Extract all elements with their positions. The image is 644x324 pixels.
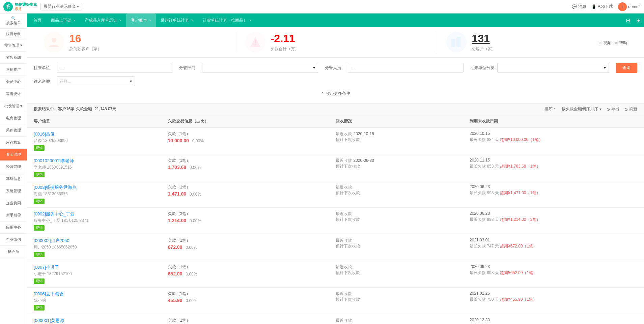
export-button[interactable]: ⊙ 导出	[607, 106, 619, 112]
customer-name-link-6[interactable]: [0007]小进干	[34, 265, 59, 270]
user-area[interactable]: d demo2	[618, 2, 641, 11]
video-btn[interactable]: ⊙ 视频	[598, 40, 611, 46]
brand-sub: 示范	[15, 7, 37, 11]
balance-select[interactable]: 选择... ▾	[57, 76, 135, 86]
dept-label: 分管部门	[179, 65, 199, 71]
overdue-link-2[interactable]: 超期¥1,703.68（1笔）	[500, 164, 540, 169]
customer-name-link-3[interactable]: [0003]畅捷服务尹海燕	[34, 185, 77, 190]
tab-product-history-close[interactable]: ×	[119, 18, 121, 22]
customer-name-link-5[interactable]: [000002]用户2050	[34, 238, 69, 243]
tab-purchase-stats[interactable]: 进货单统计表（按商品） ×	[198, 13, 256, 27]
customer-name-link-7[interactable]: [0006]去下粮仓	[34, 291, 63, 296]
refresh-button[interactable]: ⊙ 刷新	[624, 106, 637, 112]
customer-tag-2: 现销	[34, 172, 45, 177]
overdue-info-1: 2020.10.15 最长欠款 884 天 超期¥10,000.00（1笔）	[470, 131, 637, 143]
debt-count-1: 欠款（1笔）	[168, 131, 336, 137]
overdue-link-3[interactable]: 超期¥1,471.00（1笔）	[500, 190, 540, 195]
sidebar-item-purchase[interactable]: 采购管理	[0, 124, 27, 137]
overdue-link-6[interactable]: 超期¥652.00（1笔）	[500, 270, 537, 275]
store-selector[interactable]: 母婴行业演示账套 ▾	[40, 3, 82, 10]
app-download-button[interactable]: 📱 App下载	[591, 4, 613, 9]
sidebar-item-basic-info[interactable]: 基础信息	[0, 173, 27, 185]
customer-info-5: [000002]用户2050 用户2050 18665062050 现销	[34, 238, 168, 257]
export-label: 导出	[611, 106, 619, 112]
sidebar-item-ecommerce[interactable]: 电商管理	[0, 112, 27, 124]
overdue-date-6: 2020.06.23	[470, 264, 637, 269]
sidebar-item-enterprise[interactable]: 企业协同	[0, 197, 27, 209]
tab-product-off[interactable]: 商品上下架 ×	[46, 13, 80, 27]
sidebar-item-finance[interactable]: 资金管理	[0, 149, 27, 161]
debt-info-6: 欠款（1笔） 652.000.00%	[168, 264, 336, 276]
overdue-days-3: 最长欠款 998 天 超期¥1,471.00（1笔）	[470, 190, 637, 196]
tab-bar-expand-icon[interactable]: ⊞	[635, 17, 642, 24]
message-button[interactable]: 💬 消息	[572, 4, 586, 9]
debt-amount-4: 1,214.00	[168, 218, 187, 223]
sidebar-item-marketing[interactable]: 营销推广	[0, 64, 27, 76]
sidebar-item-label: 资金管理	[2, 152, 25, 157]
source-unit-input[interactable]: ...	[57, 63, 172, 73]
payback-info-4: 最近收款 预计下次收款	[336, 211, 470, 223]
tab-product-history[interactable]: 产成品入库单历史 ×	[80, 13, 126, 27]
tab-customer-account-close[interactable]: ×	[149, 18, 151, 22]
logo-icon: 畅	[3, 2, 13, 11]
sidebar-item-app-center[interactable]: 应用中心	[0, 222, 27, 234]
tab-product-off-close[interactable]: ×	[73, 18, 75, 22]
tab-customer-account[interactable]: 客户账本 ×	[126, 13, 156, 27]
customer-name-link-8[interactable]: [000001]黄思源	[34, 318, 64, 323]
sidebar-item-retail-store[interactable]: 零售商城	[0, 52, 27, 64]
customer-phone-3: 海燕 18513066976	[34, 191, 168, 197]
stat-number-total: 131	[472, 32, 593, 45]
customer-tag-3: 现销	[34, 199, 45, 204]
payback-date-7: 最近收款	[336, 291, 470, 297]
customer-phone-1: 吕俊 13026203696	[34, 138, 168, 144]
overdue-link-7[interactable]: 超期¥455.90（1笔）	[500, 297, 537, 302]
customer-name-link-4[interactable]: [0002]服务中心_丁磊	[34, 211, 75, 216]
overdue-link-1[interactable]: 超期¥10,000.00（1笔）	[500, 137, 543, 142]
overdue-days-1: 最长欠款 884 天 超期¥10,000.00（1笔）	[470, 137, 637, 143]
collapse-button[interactable]: ⌃ 收起更多条件	[319, 89, 352, 98]
search-button[interactable]: 查询	[616, 63, 637, 73]
debt-count-7: 欠款（1笔）	[168, 291, 336, 297]
export-icon: ⊙	[607, 107, 610, 112]
help-btn[interactable]: ⊙ 帮助	[615, 40, 627, 46]
sidebar-item-batch-mgmt[interactable]: 批发管理 ▾	[0, 100, 27, 112]
tab-purchase-order[interactable]: 采购订单统计表 ×	[156, 13, 198, 27]
sidebar-item-member[interactable]: 会员中心	[0, 76, 27, 88]
payback-info-1: 最近收款2020-10-15 预计下次收款	[336, 131, 470, 143]
sidebar-item-vip[interactable]: 畅会员	[0, 246, 27, 258]
sidebar-item-wechat[interactable]: 企业微信	[0, 234, 27, 246]
overdue-link-4[interactable]: 超期¥1,214.00（3笔）	[500, 217, 540, 222]
overdue-info-8: 2020.12.30 最长欠款 808 天 超期¥429.00（1笔）	[470, 318, 637, 324]
tab-purchase-order-close[interactable]: ×	[191, 18, 193, 22]
sidebar-item-system[interactable]: 系统管理	[0, 185, 27, 197]
sidebar-item-retail-stats[interactable]: 零售统计	[0, 88, 27, 100]
manager-dots: ...	[351, 65, 356, 70]
sort-button[interactable]: 按欠款金额倒序排序 ▾	[562, 106, 601, 112]
sort-label: 排序：	[544, 106, 557, 112]
customer-info-4: [0002]服务中心_丁磊 服务中心_丁磊 181 0125 8371 现销	[34, 211, 168, 231]
overdue-date-1: 2020.10.15	[470, 131, 637, 136]
customer-name-link-2[interactable]: [0001020001]李老师	[34, 158, 74, 163]
download-icon: 📱	[591, 4, 596, 9]
overdue-link-5[interactable]: 超期¥672.00（1笔）	[500, 244, 537, 248]
manager-input[interactable]: ...	[348, 63, 464, 73]
debt-percent-7: 0.00%	[186, 298, 197, 303]
sidebar-search[interactable]: 🔍 搜索菜单	[0, 13, 27, 29]
tab-purchase-stats-close[interactable]: ×	[249, 18, 251, 22]
sidebar-item-retail-mgmt[interactable]: 零售管理 ▾	[0, 39, 27, 52]
customer-tag-5: 现销	[34, 252, 45, 257]
sidebar-item-newbie[interactable]: 新手引导	[0, 209, 27, 222]
tab-home[interactable]: 首页	[29, 13, 46, 27]
next-payback-6: 预计下次收款	[336, 270, 470, 276]
customer-phone-6: 小进干 18279152100	[34, 271, 168, 277]
payback-date-5: 最近收款	[336, 238, 470, 243]
sidebar-item-operation[interactable]: 经营管理	[0, 161, 27, 173]
dept-select[interactable]: ▾	[202, 63, 318, 73]
sidebar-item-inventory[interactable]: 库存核算	[0, 137, 27, 149]
customer-tag-1: 现销	[34, 145, 45, 151]
tab-bar-collapse-icon[interactable]: ⊟	[624, 17, 632, 24]
sidebar-quick-nav[interactable]: 快捷导航	[0, 29, 27, 39]
unit-category-chevron-icon: ▾	[604, 65, 606, 70]
unit-category-select[interactable]: ▾	[497, 63, 609, 73]
customer-name-link-1[interactable]: [0016]吕俊	[34, 131, 55, 137]
